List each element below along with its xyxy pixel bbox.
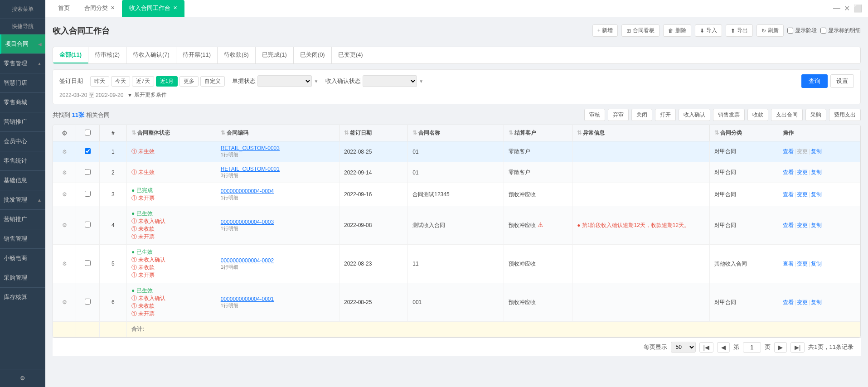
action-btn-audit[interactable]: 审核 [584, 109, 605, 121]
query-button[interactable]: 查询 [801, 74, 828, 88]
status-tab-changed[interactable]: 已变更(4) [332, 47, 369, 63]
sidebar-quick-nav[interactable]: 快捷导航 [0, 19, 45, 34]
op-查看[interactable]: 查看 [783, 169, 794, 175]
action-btn-open[interactable]: 打开 [655, 109, 676, 121]
sidebar-item-mktg-promote[interactable]: 营销推广 [0, 210, 45, 229]
first-page-btn[interactable]: |◀ [699, 342, 713, 353]
sidebar-item-sales-mgmt[interactable]: 销售管理 [0, 229, 45, 249]
tab-contract-cat[interactable]: 合同分类✕ [77, 0, 122, 17]
action-btn-expense-pay[interactable]: 费用支出 [829, 109, 861, 121]
op-复制[interactable]: 复制 [811, 191, 822, 198]
row-gear[interactable]: ⚙ [53, 162, 76, 183]
op-复制[interactable]: 复制 [811, 299, 822, 305]
sidebar-item-purchase[interactable]: 采购管理 [0, 268, 45, 288]
sidebar-item-project[interactable]: 项目合同◀ [0, 34, 45, 54]
row-checkbox[interactable] [76, 183, 99, 206]
op-查看[interactable]: 查看 [783, 261, 794, 267]
prev-page-btn[interactable]: ◀ [717, 342, 730, 353]
date-btn-yesterday[interactable]: 昨天 [90, 76, 109, 87]
select-all-checkbox[interactable] [85, 130, 91, 135]
row-checkbox[interactable] [76, 283, 99, 322]
delete-button[interactable]: 🗑 删除 [663, 24, 691, 37]
code-link[interactable]: 0000000000004-0004 [221, 188, 274, 194]
sidebar-item-inventory[interactable]: 库存核算 [0, 288, 45, 307]
op-变更[interactable]: 变更 [797, 261, 808, 267]
status-tab-done[interactable]: 已完成(1) [256, 47, 294, 63]
op-变更[interactable]: 变更 [797, 299, 808, 305]
op-变更[interactable]: 变更 [797, 222, 808, 228]
op-变更[interactable]: 变更 [797, 169, 808, 175]
status-tab-closed[interactable]: 已关闭(0) [294, 47, 332, 63]
code-link[interactable]: RETAIL_CUSTOM-0003 [221, 145, 280, 151]
date-btn-last1m[interactable]: 近1月 [156, 76, 178, 87]
sidebar-item-marketing[interactable]: 营销推广 [0, 112, 45, 132]
date-btn-custom[interactable]: 自定义 [200, 76, 225, 87]
tab-income-workbench[interactable]: 收入合同工作台✕ [122, 0, 184, 17]
sidebar-item-basic-info[interactable]: 基础信息 [0, 171, 45, 190]
op-查看[interactable]: 查看 [783, 191, 794, 198]
refresh-button[interactable]: ↻ 刷新 [756, 24, 784, 37]
op-复制[interactable]: 复制 [811, 222, 822, 228]
sidebar-item-retail-stat[interactable]: 零售统计 [0, 151, 45, 171]
row-checkbox[interactable] [76, 245, 99, 283]
status-tab-pending-confirm[interactable]: 待收入确认(7) [126, 47, 176, 63]
row-checkbox[interactable] [76, 162, 99, 183]
show-fields-checkbox[interactable]: 显示阶段 [787, 27, 817, 34]
action-btn-close[interactable]: 关闭 [631, 109, 652, 121]
action-btn-abandon[interactable]: 弃审 [608, 109, 629, 121]
date-btn-last7[interactable]: 近7天 [132, 76, 154, 87]
export-button[interactable]: ⬆ 导出 [726, 24, 753, 37]
status-tab-all[interactable]: 全部(11) [53, 47, 88, 63]
code-link[interactable]: RETAIL_CUSTOM-0001 [221, 166, 280, 172]
row-checkbox[interactable] [76, 141, 99, 162]
op-查看[interactable]: 查看 [783, 222, 794, 228]
row-gear[interactable]: ⚙ [53, 141, 76, 162]
sidebar-item-smart-store[interactable]: 智慧门店 [0, 73, 45, 93]
tab-home[interactable]: 首页 [51, 0, 77, 17]
status-tab-pending-payment[interactable]: 待收款(8) [218, 47, 256, 63]
doc-status-select[interactable] [257, 75, 312, 87]
board-button[interactable]: ⊞ 合同看板 [621, 24, 659, 37]
tab-close-icon[interactable]: ✕ [173, 5, 177, 11]
op-复制[interactable]: 复制 [811, 169, 822, 175]
next-page-btn[interactable]: ▶ [774, 342, 787, 353]
op-查看[interactable]: 查看 [783, 299, 794, 305]
window-close[interactable]: ✕ [844, 4, 850, 13]
filter-settings-button[interactable]: 设置 [830, 74, 854, 88]
status-tab-pending-invoice[interactable]: 待开票(11) [176, 47, 218, 63]
sidebar-item-wholesale[interactable]: 批发管理▲ [0, 190, 45, 210]
last-page-btn[interactable]: ▶| [790, 342, 805, 353]
page-input[interactable] [743, 342, 761, 353]
window-minimize[interactable]: — [833, 4, 840, 13]
date-btn-more[interactable]: 更多 [179, 76, 199, 87]
window-maximize[interactable]: ⬜ [853, 4, 863, 13]
per-page-select[interactable]: 50 100 200 [671, 342, 696, 353]
sidebar-item-retail-mall[interactable]: 零售商城 [0, 93, 45, 112]
row-gear[interactable]: ⚙ [53, 283, 76, 322]
action-btn-expense-out[interactable]: 支出合同 [771, 109, 803, 121]
add-button[interactable]: + 新增 [592, 24, 618, 37]
tab-close-icon[interactable]: ✕ [111, 5, 115, 11]
sidebar-settings[interactable]: ⚙ [0, 369, 45, 387]
income-confirm-select[interactable] [363, 75, 417, 87]
show-detail-checkbox[interactable]: 显示标的明细 [820, 27, 861, 34]
code-link[interactable]: 0000000000004-0001 [221, 296, 274, 302]
op-查看[interactable]: 查看 [783, 148, 794, 155]
sidebar-search[interactable]: 搜索菜单 [0, 0, 45, 19]
code-link[interactable]: 0000000000004-0002 [221, 257, 274, 264]
status-tab-pending-audit[interactable]: 待审核(2) [88, 47, 126, 63]
sidebar-item-retail[interactable]: 零售管理▲ [0, 54, 45, 73]
action-btn-sales-invoice[interactable]: 销售发票 [713, 109, 745, 121]
row-checkbox[interactable] [76, 206, 99, 245]
import-button[interactable]: ⬇ 导入 [695, 24, 722, 37]
sidebar-item-ecommerce[interactable]: 小畅电商 [0, 249, 45, 268]
action-btn-payment[interactable]: 收款 [747, 109, 768, 121]
op-复制[interactable]: 复制 [811, 261, 822, 267]
date-btn-today[interactable]: 今天 [111, 76, 130, 87]
row-gear[interactable]: ⚙ [53, 183, 76, 206]
op-复制[interactable]: 复制 [811, 148, 822, 155]
action-btn-income-confirm[interactable]: 收入确认 [679, 109, 710, 121]
action-btn-purchase[interactable]: 采购 [805, 109, 826, 121]
op-变更[interactable]: 变更 [797, 191, 808, 198]
row-gear[interactable]: ⚙ [53, 206, 76, 245]
